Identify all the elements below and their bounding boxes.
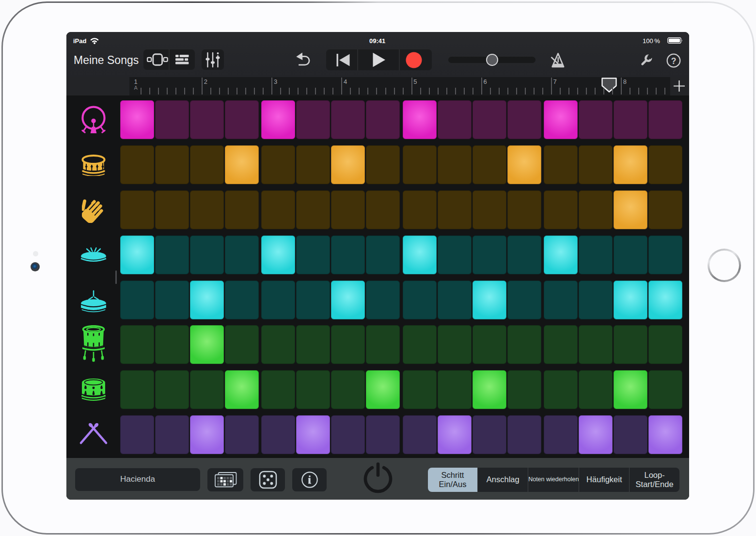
svg-text:?: ?	[671, 56, 677, 66]
